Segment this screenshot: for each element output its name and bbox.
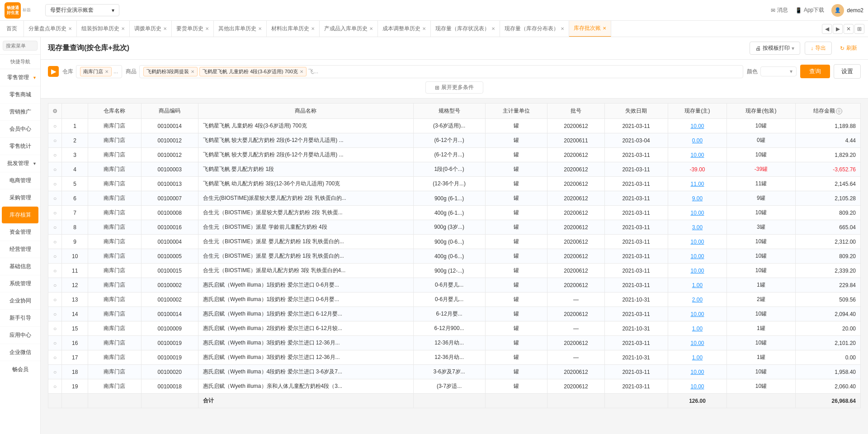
tab-close[interactable]: ✕ [163, 26, 167, 31]
td-settings[interactable]: ○ [48, 191, 62, 206]
template-print-btn[interactable]: 🖨 按模板打印 ▾ [750, 42, 800, 55]
td-qty-main[interactable]: 1.00 [668, 321, 727, 336]
menu-item-purchase[interactable]: 采购管理 [0, 189, 40, 207]
tab-tiaopai[interactable]: 调拨单历史 ✕ [130, 21, 172, 37]
td-qty-main[interactable]: 10.00 [668, 264, 727, 278]
tab-close[interactable]: ✕ [258, 26, 262, 31]
td-qty-main[interactable]: 10.00 [668, 148, 727, 162]
menu-item-member[interactable]: 会员中心 [0, 121, 40, 138]
menu-item-enterprise[interactable]: 企业协同 [0, 292, 40, 310]
search-input[interactable] [3, 41, 38, 51]
tab-xiancun-status[interactable]: 现存量（库存状况表） ✕ [431, 21, 500, 37]
menu-item-inventory[interactable]: 库存核算 [2, 207, 38, 224]
menu-item-basic-info[interactable]: 基础信息 [0, 258, 40, 275]
menu-item-wechat[interactable]: 企业微信 [0, 344, 40, 361]
menu-item-retail-stats[interactable]: 零售统计 [0, 138, 40, 155]
product-tag-box[interactable]: 飞鹤奶粉3段两提装 ✕ 飞鹤星飞帆 儿童奶粉 4段(3-6岁适用) 700克 ✕… [139, 65, 743, 78]
td-settings[interactable]: ○ [48, 350, 62, 365]
td-qty-main[interactable]: 1.00 [668, 350, 727, 365]
tag-close-icon[interactable]: ✕ [105, 69, 108, 74]
tab-expand-btn[interactable]: ⊞ [854, 24, 864, 34]
tab-chengben[interactable]: 成本调整单历史 ✕ [378, 21, 431, 37]
td-qty-main[interactable]: -39.00 [668, 162, 727, 177]
tab-close[interactable]: ✕ [68, 26, 72, 31]
info-icon[interactable]: ① [836, 108, 842, 114]
tab-cailiao[interactable]: 材料出库单历史 ✕ [267, 21, 320, 37]
td-qty-main[interactable]: 3.00 [668, 220, 727, 235]
td-settings[interactable]: ○ [48, 220, 62, 235]
tag-close-icon[interactable]: ✕ [300, 69, 303, 74]
menu-item-retail-mgmt[interactable]: 零售管理 ▼ [0, 69, 40, 86]
refresh-btn[interactable]: ↻ 刷新 [836, 42, 861, 54]
tab-prev-btn[interactable]: ◀ [822, 24, 832, 34]
td-qty-main[interactable]: 10.00 [668, 119, 727, 133]
td-qty-main[interactable]: 10.00 [668, 249, 727, 264]
td-settings[interactable]: ○ [48, 307, 62, 321]
tab-kucun-active[interactable]: 库存批次账 ✕ [569, 21, 611, 37]
td-settings[interactable]: ○ [48, 249, 62, 264]
set-btn[interactable]: 设置 [834, 64, 861, 79]
message-btn[interactable]: ✉ 消息 [771, 6, 788, 14]
tab-close[interactable]: ✕ [422, 26, 426, 31]
td-settings[interactable]: ○ [48, 292, 62, 307]
td-qty-main[interactable]: 10.00 [668, 235, 727, 249]
td-qty-main[interactable]: 10.00 [668, 365, 727, 379]
app-download-btn[interactable]: 📱 App下载 [795, 6, 824, 14]
td-settings[interactable]: ○ [48, 206, 62, 220]
tab-yaohuo[interactable]: 要货单历史 ✕ [172, 21, 214, 37]
quick-nav[interactable]: 快捷导航 [0, 55, 40, 69]
menu-item-app-center[interactable]: 应用中心 [0, 327, 40, 344]
expand-more-btn[interactable]: ⊞ 展开更多条件 [425, 81, 483, 94]
td-settings[interactable]: ○ [48, 162, 62, 177]
menu-item-finance[interactable]: 资金管理 [0, 224, 40, 241]
color-tag-box[interactable]: ▾ [760, 66, 797, 76]
menu-item-member2[interactable]: 畅会员 [0, 361, 40, 378]
menu-item-wholesale[interactable]: 批发管理 ▼ [0, 155, 40, 172]
td-settings[interactable]: ○ [48, 278, 62, 292]
tab-close[interactable]: ✕ [121, 26, 125, 31]
td-qty-main[interactable]: 1.00 [668, 278, 727, 292]
menu-item-ecommerce[interactable]: 电商管理 [0, 172, 40, 189]
org-selector[interactable]: 母婴行业演示账套 ▾ [45, 4, 119, 16]
menu-item-marketing[interactable]: 营销推广 [0, 104, 40, 121]
filter-expand-btn[interactable]: ▶ [48, 66, 59, 77]
tab-home[interactable]: 首页 [0, 21, 24, 37]
query-btn[interactable]: 查询 [800, 65, 830, 78]
warehouse-tag-box[interactable]: 南库门店 ✕ ... [76, 65, 122, 78]
tab-close[interactable]: ✕ [311, 26, 315, 31]
tab-close[interactable]: ✕ [205, 26, 209, 31]
menu-item-newbie[interactable]: 新手引导 [0, 310, 40, 327]
td-settings[interactable]: ○ [48, 365, 62, 379]
tab-next-btn[interactable]: ▶ [833, 24, 843, 34]
tab-zuchang[interactable]: 组装拆卸单历史 ✕ [77, 21, 130, 37]
tab-close[interactable]: ✕ [491, 26, 495, 31]
tab-close[interactable]: ✕ [369, 26, 373, 31]
tab-close[interactable]: ✕ [561, 26, 564, 31]
th-settings[interactable]: ⚙ [48, 104, 62, 119]
export-btn[interactable]: ↓ 导出 [805, 42, 832, 55]
td-qty-main[interactable]: 10.00 [668, 379, 727, 394]
tab-qita[interactable]: 其他出库单历史 ✕ [214, 21, 267, 37]
menu-item-retail-shop[interactable]: 零售商城 [0, 86, 40, 104]
menu-item-system[interactable]: 系统管理 [0, 275, 40, 292]
td-qty-main[interactable]: 9.00 [668, 191, 727, 206]
tab-close-all-btn[interactable]: ✕ [844, 24, 854, 34]
td-qty-main[interactable]: 11.00 [668, 177, 727, 191]
td-qty-main[interactable]: 10.00 [668, 336, 727, 350]
td-settings[interactable]: ○ [48, 321, 62, 336]
td-settings[interactable]: ○ [48, 264, 62, 278]
td-settings[interactable]: ○ [48, 336, 62, 350]
td-settings[interactable]: ○ [48, 133, 62, 148]
tab-chanpin[interactable]: 产成品入库单历史 ✕ [320, 21, 378, 37]
td-qty-main[interactable]: 0.00 [668, 133, 727, 148]
td-settings[interactable]: ○ [48, 148, 62, 162]
tag-close-icon[interactable]: ✕ [191, 69, 194, 74]
td-qty-main[interactable]: 10.00 [668, 307, 727, 321]
td-settings[interactable]: ○ [48, 177, 62, 191]
td-settings[interactable]: ○ [48, 379, 62, 394]
td-settings[interactable]: ○ [48, 235, 62, 249]
tab-close-active[interactable]: ✕ [603, 26, 606, 31]
tab-fenpan[interactable]: 分量盘点单历史 ✕ [24, 21, 77, 37]
td-qty-main[interactable]: 10.00 [668, 206, 727, 220]
tab-xiancun-dist[interactable]: 现存量（库存分布表） ✕ [500, 21, 569, 37]
